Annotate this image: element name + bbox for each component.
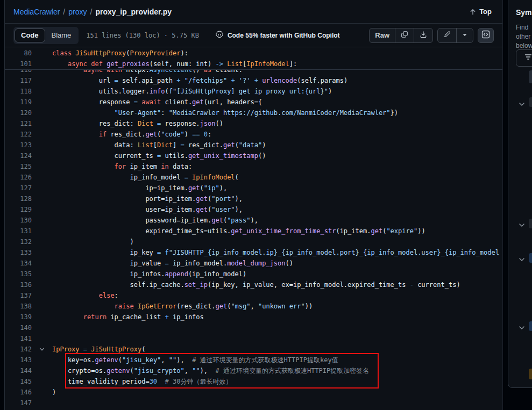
breadcrumb-repo-link[interactable]: MediaCrawler [13, 8, 60, 16]
breadcrumb-dir-link[interactable]: proxy [68, 8, 87, 16]
line-number[interactable]: 141 [5, 333, 32, 344]
code-line-128: 128 port=ip_item.get("port"), [5, 193, 502, 204]
gutter [32, 118, 52, 129]
gutter [32, 204, 52, 215]
line-number[interactable]: 128 [5, 193, 32, 204]
code-text: current_ts = utils.get_unix_timestamp() [52, 150, 502, 161]
download-icon [420, 31, 427, 40]
copilot-promo-link[interactable]: Code 55% faster with GitHub Copilot [215, 30, 340, 40]
copilot-icon [215, 30, 224, 40]
file-toolbar-row: Code Blame 151 lines (130 loc) · 5.75 KB… [5, 24, 502, 47]
line-number[interactable]: 122 [5, 129, 32, 140]
line-number[interactable]: 135 [5, 269, 32, 279]
line-number[interactable]: 142 [5, 344, 32, 355]
code-line-140: 140 [5, 322, 502, 333]
line-number[interactable]: 130 [5, 215, 32, 226]
line-number[interactable]: 126 [5, 172, 32, 183]
gutter [32, 387, 52, 398]
line-number[interactable]: 144 [5, 365, 32, 376]
line-number[interactable]: 145 [5, 376, 32, 387]
code-line-127: 127 ip=ip_item.get("ip"), [5, 183, 502, 193]
line-number[interactable]: 124 [5, 150, 32, 161]
symbols-panel-heading: Sym [516, 8, 532, 17]
sticky-context-lines: 80class JiSuHttpProxy(ProxyProvider):101… [5, 47, 502, 70]
line-number[interactable]: 127 [5, 183, 32, 193]
line-number[interactable]: 146 [5, 387, 32, 398]
fold-chevron-down-icon[interactable] [32, 344, 52, 355]
code-line-141: 141 [5, 333, 502, 344]
chevron-down-icon[interactable] [518, 324, 526, 332]
line-number[interactable]: 139 [5, 312, 32, 322]
line-number[interactable]: 147 [5, 398, 32, 408]
download-button[interactable] [414, 28, 432, 42]
gutter [32, 398, 52, 408]
code-text: res_dict: Dict = response.json() [52, 118, 502, 129]
symbol-chip [529, 253, 532, 263]
line-number[interactable]: 118 [5, 86, 32, 97]
top-label: Top [479, 8, 492, 16]
line-number[interactable]: 136 [5, 279, 32, 290]
code-text: else: [52, 290, 502, 301]
symbol-chip [529, 321, 532, 331]
code-line-132: 132 ) [5, 236, 502, 247]
line-number[interactable]: 80 [5, 48, 32, 59]
chevron-down-caret-icon [462, 31, 467, 39]
line-number[interactable]: 120 [5, 107, 32, 118]
code-text: class JiSuHttpProxy(ProxyProvider): [52, 48, 502, 59]
scroll-to-top-button[interactable]: Top [469, 8, 492, 16]
code-text: ) [52, 236, 502, 247]
filter-icon [524, 53, 532, 63]
tab-code[interactable]: Code [15, 28, 45, 42]
symbol-chip [529, 97, 532, 107]
line-number[interactable]: 133 [5, 247, 32, 258]
line-number[interactable]: 138 [5, 301, 32, 312]
line-number[interactable]: 132 [5, 236, 32, 247]
code-line-146: 146) [5, 387, 502, 398]
code-line-118: 118 utils.logger.info(f"[JiSuHttpProxy] … [5, 86, 502, 97]
edit-group [437, 28, 473, 43]
code-line-123: 123 data: List[Dict] = res_dict.get("dat… [5, 140, 502, 150]
gutter [32, 226, 52, 236]
breadcrumb: MediaCrawler / proxy / proxy_ip_provider… [13, 8, 172, 16]
code-text: IpProxy = JiSuHttpProxy( [52, 344, 502, 355]
edit-button[interactable] [438, 28, 456, 42]
code-line-122: 122 if res_dict.get("code") == 0: [5, 129, 502, 140]
code-line-147: 147 [5, 398, 502, 408]
code-line-121: 121 res_dict: Dict = response.json() [5, 118, 502, 129]
gutter [32, 129, 52, 140]
line-number[interactable]: 134 [5, 258, 32, 269]
gutter [32, 279, 52, 290]
gutter [32, 269, 52, 279]
line-number[interactable]: 143 [5, 355, 32, 365]
line-number[interactable]: 117 [5, 75, 32, 86]
code-text: ip_infos.append(ip_info_model) [52, 269, 502, 279]
line-number[interactable]: 121 [5, 118, 32, 129]
chevron-down-icon[interactable] [518, 221, 526, 229]
chevron-down-icon[interactable] [518, 256, 526, 263]
code-line-134: 134 ip_value = ip_info_model.model_dump_… [5, 258, 502, 269]
line-number[interactable]: 123 [5, 140, 32, 150]
code-text: ) [52, 387, 502, 398]
gutter [32, 172, 52, 183]
copy-raw-button[interactable] [395, 28, 414, 42]
edit-dropdown-button[interactable] [456, 28, 473, 42]
raw-button[interactable]: Raw [370, 28, 395, 42]
code-text: raise IpGetError(res_dict.get("msg", "un… [52, 301, 502, 312]
code-text: url = self.api_path + "/fetchips" + '?' … [52, 75, 502, 86]
line-number[interactable]: 129 [5, 204, 32, 215]
chevron-down-icon[interactable] [518, 100, 526, 108]
code-lines: 116 async with httpx.AsyncClient() as cl… [5, 64, 502, 408]
raw-copy-download-group: Raw [369, 28, 433, 43]
line-number[interactable]: 125 [5, 161, 32, 172]
filter-button[interactable] [516, 49, 532, 67]
symbols-pane-toggle-button[interactable] [478, 28, 494, 43]
line-number[interactable]: 140 [5, 322, 32, 333]
code-view-container: MediaCrawler / proxy / proxy_ip_provider… [4, 0, 503, 410]
line-number[interactable]: 137 [5, 290, 32, 301]
code-line-131: 131 expired_time_ts=utils.get_unix_time_… [5, 226, 502, 236]
line-number[interactable]: 119 [5, 97, 32, 107]
line-number[interactable]: 101 [5, 59, 32, 69]
code-text: response = await client.get(url, headers… [52, 97, 502, 107]
line-number[interactable]: 131 [5, 226, 32, 236]
tab-blame[interactable]: Blame [45, 28, 78, 42]
